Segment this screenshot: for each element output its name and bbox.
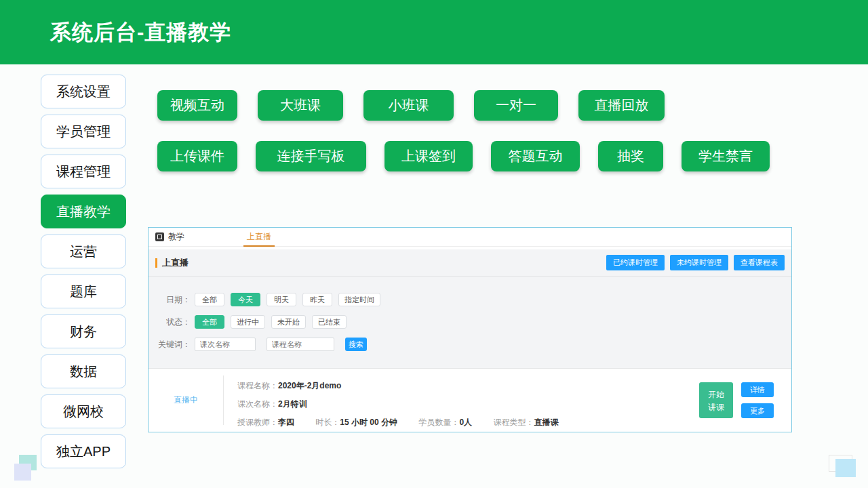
course-details: 课程名称：2020年-2月demo 课次名称：2月特训 授课教师：李四 时长：1… <box>224 369 577 432</box>
course-type-group: 课程类型：直播课 <box>493 418 558 427</box>
sidebar-item-system-settings[interactable]: 系统设置 <box>41 75 126 108</box>
feature-button-grid: 视频互动 大班课 小班课 一对一 直播回放 上传课件 连接手写板 上课签到 答题… <box>157 90 770 171</box>
decor-square-blue <box>835 459 856 477</box>
teacher-label: 授课教师： <box>237 418 278 427</box>
detail-button[interactable]: 详情 <box>741 382 774 397</box>
secondary-actions: 详情 更多 <box>741 382 774 432</box>
duration-value: 15 小时 00 分钟 <box>340 418 397 427</box>
duration-label: 时长： <box>315 418 340 427</box>
live-admin-panel: 教学 上直播 上直播 已约课时管理 未约课时管理 查看课程表 日期： 全部 今天… <box>148 227 792 432</box>
course-name-line: 课程名称：2020年-2月demo <box>237 377 577 395</box>
decor-square-lavender <box>14 464 31 481</box>
feature-lottery-button[interactable]: 抽奖 <box>598 141 663 171</box>
feature-class-signin-button[interactable]: 上课签到 <box>384 141 473 171</box>
booked-lessons-button[interactable]: 已约课时管理 <box>606 255 665 270</box>
date-filter-yesterday[interactable]: 昨天 <box>302 293 332 306</box>
teacher-value: 李四 <box>278 418 294 427</box>
page-header: 系统后台-直播教学 <box>0 0 868 64</box>
course-actions: 开始讲课 详情 更多 <box>699 369 774 432</box>
course-list-row: 直播中 课程名称：2020年-2月demo 课次名称：2月特训 授课教师：李四 … <box>149 368 791 432</box>
course-name-value: 2020年-2月demo <box>278 381 341 390</box>
filter-row-status: 状态： 全部 进行中 未开始 已结束 <box>169 315 791 329</box>
feature-row-1: 视频互动 大班课 小班课 一对一 直播回放 <box>157 90 770 121</box>
feature-mute-students-button[interactable]: 学生禁言 <box>682 141 770 171</box>
student-count-group: 学员数量：0人 <box>418 418 472 427</box>
app-label: 教学 <box>168 231 184 243</box>
lesson-name-line: 课次名称：2月特训 <box>237 395 577 413</box>
start-teaching-button[interactable]: 开始讲课 <box>699 382 733 418</box>
duration-group: 时长：15 小时 00 分钟 <box>315 418 397 427</box>
status-filter-in-progress[interactable]: 进行中 <box>231 315 265 329</box>
sidebar-item-finance[interactable]: 财务 <box>41 314 126 348</box>
feature-row-2: 上传课件 连接手写板 上课签到 答题互动 抽奖 学生禁言 <box>157 141 770 171</box>
feature-small-class-button[interactable]: 小班课 <box>363 90 454 121</box>
sidebar-item-live-teaching[interactable]: 直播教学 <box>41 195 126 228</box>
status-filter-not-started[interactable]: 未开始 <box>271 315 306 329</box>
teaching-app-icon <box>155 232 164 241</box>
sidebar-item-micro-school[interactable]: 微网校 <box>41 394 126 428</box>
section-title: 上直播 <box>162 257 189 269</box>
status-filter-ended[interactable]: 已结束 <box>312 315 347 329</box>
lesson-name-value: 2月特训 <box>278 399 307 409</box>
keyword-filter-label: 关键词： <box>158 339 191 350</box>
sidebar-item-course-management[interactable]: 课程管理 <box>41 155 126 188</box>
course-status-badge: 直播中 <box>149 369 223 432</box>
course-name-input[interactable] <box>267 338 334 351</box>
filter-section: 日期： 全部 今天 明天 昨天 指定时间 状态： 全部 进行中 未开始 已结束 … <box>149 277 791 351</box>
filter-row-keyword: 关键词： 搜索 <box>169 338 791 351</box>
course-type-label: 课程类型： <box>493 418 534 427</box>
status-filter-label: 状态： <box>158 317 191 328</box>
course-type-value: 直播课 <box>534 418 558 427</box>
more-button[interactable]: 更多 <box>741 403 774 418</box>
feature-quiz-interaction-button[interactable]: 答题互动 <box>491 141 580 171</box>
feature-live-replay-button[interactable]: 直播回放 <box>578 90 665 121</box>
feature-video-interaction-button[interactable]: 视频互动 <box>157 90 237 121</box>
date-filter-custom[interactable]: 指定时间 <box>338 293 380 306</box>
sidebar: 系统设置 学员管理 课程管理 直播教学 运营 题库 财务 数据 微网校 独立AP… <box>41 75 126 468</box>
feature-one-on-one-button[interactable]: 一对一 <box>474 90 558 121</box>
unbooked-lessons-button[interactable]: 未约课时管理 <box>670 255 728 270</box>
teacher-group: 授课教师：李四 <box>237 418 294 427</box>
filter-row-date: 日期： 全部 今天 明天 昨天 指定时间 <box>169 293 791 306</box>
course-name-label: 课程名称： <box>237 381 278 390</box>
sidebar-item-standalone-app[interactable]: 独立APP <box>41 434 126 468</box>
date-filter-today[interactable]: 今天 <box>231 293 260 306</box>
page-title: 系统后台-直播教学 <box>0 0 868 64</box>
panel-toolbar: 已约课时管理 未约课时管理 查看课程表 <box>606 255 785 270</box>
feature-large-class-button[interactable]: 大班课 <box>258 90 343 121</box>
student-count-value: 0人 <box>459 418 472 427</box>
student-count-label: 学员数量： <box>418 418 459 427</box>
date-filter-all[interactable]: 全部 <box>195 293 224 306</box>
view-timetable-button[interactable]: 查看课程表 <box>734 255 785 270</box>
panel-content: 上直播 已约课时管理 未约课时管理 查看课程表 日期： 全部 今天 明天 昨天 … <box>149 247 791 368</box>
lesson-name-input[interactable] <box>195 338 256 351</box>
date-filter-label: 日期： <box>158 294 191 306</box>
feature-connect-tablet-button[interactable]: 连接手写板 <box>256 141 366 171</box>
date-filter-tomorrow[interactable]: 明天 <box>267 293 296 306</box>
section-header: 上直播 已约课时管理 未约课时管理 查看课程表 <box>149 249 791 277</box>
tab-go-live[interactable]: 上直播 <box>243 228 275 247</box>
status-filter-all[interactable]: 全部 <box>195 315 224 329</box>
sidebar-item-operations[interactable]: 运营 <box>41 235 126 268</box>
search-button[interactable]: 搜索 <box>345 338 367 351</box>
lesson-name-label: 课次名称： <box>237 399 278 409</box>
sidebar-item-question-bank[interactable]: 题库 <box>41 274 126 308</box>
section-accent-bar <box>155 258 157 268</box>
sidebar-item-data[interactable]: 数据 <box>41 354 126 388</box>
sidebar-item-student-management[interactable]: 学员管理 <box>41 115 126 148</box>
course-meta-line: 授课教师：李四 时长：15 小时 00 分钟 学员数量：0人 课程类型：直播课 <box>237 413 577 432</box>
panel-tab-bar: 教学 上直播 <box>149 228 791 247</box>
feature-upload-courseware-button[interactable]: 上传课件 <box>157 141 237 171</box>
